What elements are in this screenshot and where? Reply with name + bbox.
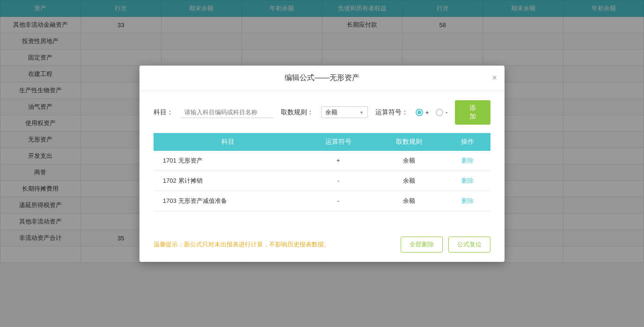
subject-input[interactable] — [181, 107, 273, 118]
modal-title: 编辑公式——无形资产 — [285, 73, 359, 83]
radio-plus[interactable]: + — [416, 109, 429, 116]
cell-action: 删除 — [445, 171, 490, 191]
radio-minus-label: - — [446, 109, 448, 116]
modal-header: 编辑公式——无形资产 × — [139, 66, 505, 91]
delete-all-button[interactable]: 全部删除 — [401, 237, 443, 253]
delete-link[interactable]: 删除 — [461, 177, 474, 184]
cell-operator: + — [303, 151, 373, 171]
formula-table: 科目 运算符号 取数规则 操作 1701 无形资产+余额删除1702 累计摊销-… — [154, 133, 490, 211]
table-header-subject: 科目 — [154, 133, 303, 151]
cell-subject: 1702 累计摊销 — [154, 171, 303, 191]
cell-action: 删除 — [445, 151, 490, 171]
cell-operator: - — [303, 171, 373, 191]
cell-subject: 1703 无形资产减值准备 — [154, 191, 303, 211]
cell-rule: 余额 — [373, 171, 444, 191]
modal-footer: 温馨提示：新公式只对未出报表进行计算，不影响历史报表数据。 全部删除 公式复位 — [139, 230, 505, 262]
radio-minus[interactable]: - — [436, 109, 448, 116]
delete-link[interactable]: 删除 — [461, 157, 474, 164]
table-row: 1701 无形资产+余额删除 — [154, 151, 490, 171]
cell-rule: 余额 — [373, 191, 444, 211]
table-row: 1703 无形资产减值准备-余额删除 — [154, 191, 490, 211]
radio-group-operator: + - — [416, 109, 448, 116]
operator-label: 运算符号： — [375, 108, 408, 117]
hint-text: 温馨提示：新公式只对未出报表进行计算，不影响历史报表数据。 — [154, 240, 330, 249]
table-row: 1702 累计摊销-余额删除 — [154, 171, 490, 191]
table-header-rule: 取数规则 — [373, 133, 444, 151]
footer-buttons: 全部删除 公式复位 — [401, 237, 490, 253]
modal-close-button[interactable]: × — [492, 74, 497, 82]
table-header-operator: 运算符号 — [303, 133, 373, 151]
form-row: 科目： 取数规则： 余额 借方发生额 贷方发生额 ▼ 运算符号： + — [154, 100, 490, 125]
rule-select[interactable]: 余额 借方发生额 贷方发生额 — [321, 106, 368, 118]
modal-overlay: 编辑公式——无形资产 × 科目： 取数规则： 余额 借方发生额 贷方发生额 ▼ … — [0, 0, 644, 327]
delete-link[interactable]: 删除 — [461, 197, 474, 204]
cell-operator: - — [303, 191, 373, 211]
modal-body: 科目： 取数规则： 余额 借方发生额 贷方发生额 ▼ 运算符号： + — [139, 91, 505, 230]
radio-minus-circle — [436, 109, 443, 116]
radio-plus-label: + — [425, 109, 429, 116]
rule-label: 取数规则： — [281, 108, 314, 117]
rule-select-wrapper: 余额 借方发生额 贷方发生额 ▼ — [321, 106, 368, 118]
add-button[interactable]: 添加 — [455, 100, 490, 125]
reset-button[interactable]: 公式复位 — [448, 237, 490, 253]
table-header-action: 操作 — [445, 133, 490, 151]
radio-plus-circle — [416, 109, 423, 116]
cell-action: 删除 — [445, 191, 490, 211]
modal-dialog: 编辑公式——无形资产 × 科目： 取数规则： 余额 借方发生额 贷方发生额 ▼ … — [139, 66, 505, 262]
cell-subject: 1701 无形资产 — [154, 151, 303, 171]
cell-rule: 余额 — [373, 151, 444, 171]
subject-label: 科目： — [154, 108, 173, 117]
